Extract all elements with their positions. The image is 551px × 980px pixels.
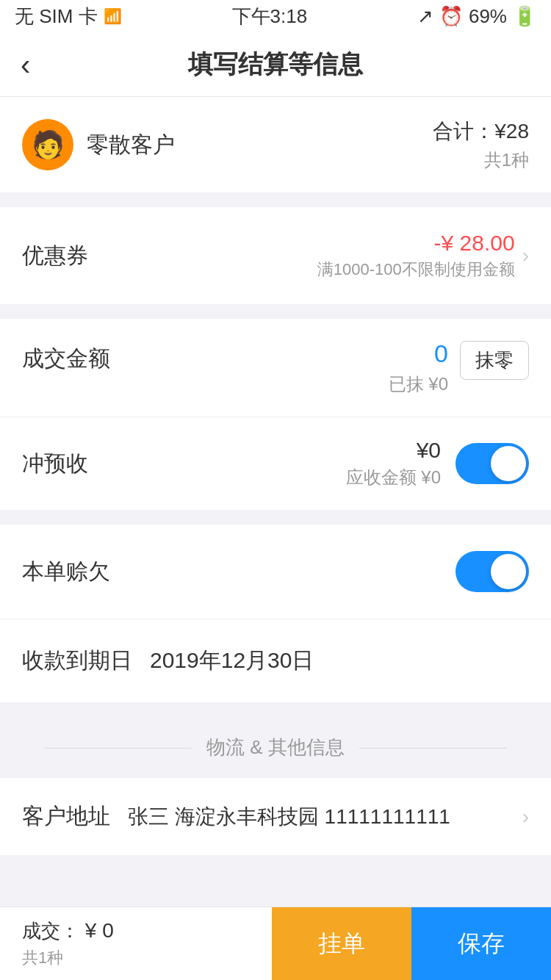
total-count-label: 共1种 xyxy=(433,148,529,172)
round-button[interactable]: 抹零 xyxy=(460,341,529,380)
debt-row: 本单赊欠 xyxy=(0,525,551,619)
logistics-section-label: 物流 & 其他信息 xyxy=(192,736,359,758)
page-title: 填写结算等信息 xyxy=(188,48,363,82)
total-amount-label: 合计：¥28 xyxy=(433,118,529,145)
status-right: ↗ ⏰ 69% 🔋 xyxy=(417,5,536,28)
bottom-info: 成交： ¥ 0 共1种 xyxy=(0,907,272,980)
prepaid-values: ¥0 应收金额 ¥0 xyxy=(346,438,441,489)
coupon-desc: 满1000-100不限制使用金额 xyxy=(317,259,515,281)
status-left: 无 SIM 卡 📶 xyxy=(15,4,122,29)
customer-section: 🧑 零散客户 合计：¥28 共1种 xyxy=(0,97,551,192)
nav-bar: ‹ 填写结算等信息 xyxy=(0,32,551,97)
coupon-section: 优惠券 -¥ 28.00 满1000-100不限制使用金额 › xyxy=(0,207,551,304)
prepaid-right: ¥0 应收金额 ¥0 xyxy=(346,438,529,489)
hold-button[interactable]: 挂单 xyxy=(272,907,411,980)
logistics-header: 物流 & 其他信息 xyxy=(0,717,551,778)
prepaid-label: 冲预收 xyxy=(22,449,88,479)
battery-icon: 🔋 xyxy=(513,5,536,28)
bottom-deal-amount: ¥ 0 xyxy=(85,919,114,942)
prepaid-toggle[interactable] xyxy=(455,443,529,484)
amount-rounded-label: 已抹 ¥0 xyxy=(389,372,448,396)
amount-value-group: 0 已抹 ¥0 xyxy=(389,339,448,396)
prepaid-row: 冲预收 ¥0 应收金额 ¥0 xyxy=(0,417,551,510)
address-row[interactable]: 客户地址 张三 海淀永丰科技园 11111111111 › xyxy=(0,778,551,855)
status-bar: 无 SIM 卡 📶 下午3:18 ↗ ⏰ 69% 🔋 xyxy=(0,0,551,32)
battery-level: 69% xyxy=(469,5,507,28)
coupon-row[interactable]: 优惠券 -¥ 28.00 满1000-100不限制使用金额 › xyxy=(0,207,551,304)
status-time: 下午3:18 xyxy=(232,4,308,29)
bottom-bar: 成交： ¥ 0 共1种 挂单 保存 xyxy=(0,907,551,980)
avatar: 🧑 xyxy=(22,119,73,170)
duedate-label: 收款到期日 xyxy=(22,646,132,676)
coupon-right: -¥ 28.00 满1000-100不限制使用金额 › xyxy=(317,231,529,281)
sim-signal-text: 无 SIM 卡 xyxy=(15,4,98,29)
bottom-deal-label: 成交： xyxy=(22,920,79,942)
chevron-right-icon: › xyxy=(522,244,529,267)
back-button[interactable]: ‹ xyxy=(21,50,30,79)
transaction-amount-value[interactable]: 0 xyxy=(389,339,448,368)
customer-name: 零散客户 xyxy=(87,130,175,160)
transaction-amount-label: 成交金额 xyxy=(22,339,110,374)
debt-label: 本单赊欠 xyxy=(22,557,110,587)
address-chevron-icon: › xyxy=(522,805,529,829)
location-icon: ↗ xyxy=(417,5,433,28)
customer-row: 🧑 零散客户 合计：¥28 共1种 xyxy=(0,97,551,192)
bottom-count: 共1种 xyxy=(22,947,250,969)
alarm-icon: ⏰ xyxy=(439,5,463,28)
transaction-section: 成交金额 0 已抹 ¥0 抹零 冲预收 ¥0 应收金额 ¥0 xyxy=(0,319,551,510)
address-label: 客户地址 xyxy=(22,801,110,832)
prepaid-receivable: 应收金额 ¥0 xyxy=(346,466,441,489)
save-button[interactable]: 保存 xyxy=(411,907,551,980)
address-value: 张三 海淀永丰科技园 11111111111 xyxy=(128,803,522,831)
coupon-discount: -¥ 28.00 xyxy=(317,231,515,256)
duedate-row: 收款到期日 2019年12月30日 xyxy=(0,619,551,702)
bottom-deal-row: 成交： ¥ 0 xyxy=(22,918,250,944)
address-section: 客户地址 张三 海淀永丰科技园 11111111111 › xyxy=(0,778,551,855)
amount-right: 0 已抹 ¥0 抹零 xyxy=(389,339,529,396)
debt-section: 本单赊欠 收款到期日 2019年12月30日 xyxy=(0,525,551,702)
bottom-btn-group: 挂单 保存 xyxy=(272,907,551,980)
coupon-label: 优惠券 xyxy=(22,241,88,271)
duedate-value[interactable]: 2019年12月30日 xyxy=(150,646,314,676)
wifi-icon: 📶 xyxy=(104,7,122,25)
customer-info: 🧑 零散客户 xyxy=(22,119,175,170)
transaction-amount-row: 成交金额 0 已抹 ¥0 抹零 xyxy=(0,319,551,417)
prepaid-amount: ¥0 xyxy=(346,438,441,463)
customer-total: 合计：¥28 共1种 xyxy=(433,118,529,172)
debt-toggle[interactable] xyxy=(455,551,529,592)
coupon-info: -¥ 28.00 满1000-100不限制使用金额 xyxy=(317,231,515,281)
